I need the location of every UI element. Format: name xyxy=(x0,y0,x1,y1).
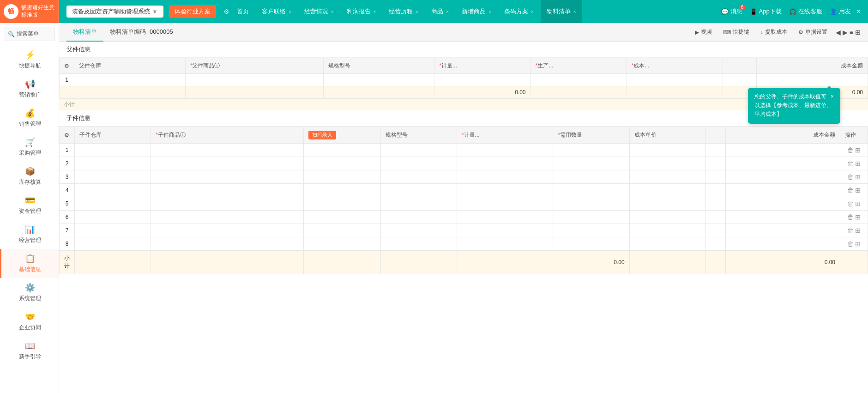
child-row-2-qty[interactable] xyxy=(457,157,533,170)
child-row-1-spec[interactable] xyxy=(380,144,457,157)
child-row-5-product[interactable] xyxy=(151,197,303,211)
child-row-4-warehouse[interactable] xyxy=(75,184,151,197)
child-row-8-spec[interactable] xyxy=(380,237,457,251)
copy-icon-row3[interactable]: ⊞ xyxy=(855,173,861,181)
tab-product[interactable]: 商品 × xyxy=(426,0,454,23)
parent-row-1-spec[interactable] xyxy=(323,74,434,86)
child-row-7-product[interactable] xyxy=(151,224,303,237)
copy-icon-row7[interactable]: ⊞ xyxy=(855,227,861,234)
child-row-8-unit-cost[interactable] xyxy=(629,237,705,251)
child-row-6-warehouse[interactable] xyxy=(75,211,151,224)
copy-icon-row1[interactable]: ⊞ xyxy=(855,146,861,154)
page-tab-bom-list[interactable]: 物料清单 xyxy=(66,23,103,42)
message-button[interactable]: 💬 消息 6 xyxy=(721,7,742,16)
copy-icon-row4[interactable]: ⊞ xyxy=(855,187,861,194)
experience-button[interactable]: 体验行业方案 xyxy=(169,5,216,18)
online-support-button[interactable]: 🎧 在线客服 xyxy=(789,7,822,16)
scan-input-button[interactable]: 扫码录入 xyxy=(308,131,336,139)
settings-icon[interactable]: ⚙ xyxy=(223,8,229,15)
child-row-8-qty[interactable] xyxy=(457,237,533,251)
child-row-2-spec[interactable] xyxy=(380,157,457,170)
child-row-1-needed[interactable] xyxy=(553,144,629,157)
delete-icon-row8[interactable]: 🗑 xyxy=(847,240,854,248)
parent-row-1-cost[interactable] xyxy=(627,74,723,86)
child-row-3-unit-cost[interactable] xyxy=(629,170,705,184)
sidebar-item-sales[interactable]: 💰 销售管理 xyxy=(0,103,59,133)
close-topbar-icon[interactable]: × xyxy=(856,7,861,16)
delete-icon-row2[interactable]: 🗑 xyxy=(847,160,854,167)
copy-icon-row8[interactable]: ⊞ xyxy=(855,240,861,248)
tab-bom[interactable]: 物料清单 × xyxy=(541,0,582,23)
parent-row-1-product[interactable] xyxy=(185,74,323,86)
child-row-8-warehouse[interactable] xyxy=(75,237,151,251)
copy-icon-row6[interactable]: ⊞ xyxy=(855,213,861,221)
child-row-5-unit-cost[interactable] xyxy=(629,197,705,211)
parent-row-1-production[interactable] xyxy=(530,74,627,86)
child-row-1-warehouse[interactable] xyxy=(75,144,151,157)
sidebar-item-finance[interactable]: 💳 资金管理 xyxy=(0,191,59,220)
tab-history[interactable]: 经营历程 × xyxy=(383,0,424,23)
delete-icon-row6[interactable]: 🗑 xyxy=(847,213,854,221)
child-row-1-qty[interactable] xyxy=(457,144,533,157)
child-row-6-unit-cost[interactable] xyxy=(629,211,705,224)
delete-icon-row1[interactable]: 🗑 xyxy=(847,146,854,154)
close-tab-bom[interactable]: × xyxy=(573,9,576,14)
copy-icon-row2[interactable]: ⊞ xyxy=(855,160,861,167)
child-row-6-spec[interactable] xyxy=(380,211,457,224)
tab-barcode[interactable]: 条码方案 × xyxy=(499,0,539,23)
tab-profit[interactable]: 利润报告 × xyxy=(341,0,382,23)
tab-home[interactable]: 首页 xyxy=(231,0,254,23)
shortcut-button[interactable]: ⌨ 快捷键 xyxy=(720,27,752,37)
grid-icon[interactable]: ⊞ xyxy=(855,29,861,36)
close-tab-new-product[interactable]: × xyxy=(488,9,491,14)
child-row-2-unit-cost[interactable] xyxy=(629,157,705,170)
extract-cost-button[interactable]: ↓ 提取成本 xyxy=(758,27,790,37)
child-row-3-product[interactable] xyxy=(151,170,303,184)
child-row-6-needed[interactable] xyxy=(553,211,629,224)
sidebar-item-system[interactable]: ⚙️ 系统管理 xyxy=(0,278,59,307)
child-row-4-product[interactable] xyxy=(151,184,303,197)
delete-icon-row7[interactable]: 🗑 xyxy=(847,227,854,234)
child-row-4-qty[interactable] xyxy=(457,184,533,197)
close-tab-operations[interactable]: × xyxy=(331,9,334,14)
single-settings-button[interactable]: ⚙ 单据设置 xyxy=(796,27,830,37)
child-row-4-unit-cost[interactable] xyxy=(629,184,705,197)
sidebar-item-marketing[interactable]: 📢 营销推广 xyxy=(0,74,59,103)
child-row-3-warehouse[interactable] xyxy=(75,170,151,184)
close-tab-history[interactable]: × xyxy=(416,9,418,14)
child-row-8-needed[interactable] xyxy=(553,237,629,251)
parent-row-1-qty[interactable] xyxy=(434,74,530,86)
child-row-7-unit-cost[interactable] xyxy=(629,224,705,237)
prev-arrow-icon[interactable]: ◀ xyxy=(836,29,841,36)
close-tab-barcode[interactable]: × xyxy=(531,9,534,14)
child-row-5-warehouse[interactable] xyxy=(75,197,151,211)
sidebar-item-enterprise[interactable]: 🤝 企业协同 xyxy=(0,307,59,336)
child-row-2-warehouse[interactable] xyxy=(75,157,151,170)
child-row-4-needed[interactable] xyxy=(553,184,629,197)
delete-icon-row4[interactable]: 🗑 xyxy=(847,187,854,194)
delete-icon-row3[interactable]: 🗑 xyxy=(847,173,854,181)
tab-new-product[interactable]: 新增商品 × xyxy=(456,0,497,23)
child-row-2-needed[interactable] xyxy=(553,157,629,170)
close-tab-product[interactable]: × xyxy=(446,9,449,14)
menu-icon[interactable]: ≡ xyxy=(850,29,853,36)
child-row-5-needed[interactable] xyxy=(553,197,629,211)
user-menu[interactable]: 👤 用友 xyxy=(830,7,851,16)
sidebar-item-purchase[interactable]: 🛒 采购管理 xyxy=(0,133,59,162)
sidebar-item-quick-nav[interactable]: ⚡ 快捷导航 xyxy=(0,45,59,74)
close-tab-customer[interactable]: × xyxy=(289,9,291,14)
tooltip-close-button[interactable]: × xyxy=(831,92,834,101)
child-row-6-product[interactable] xyxy=(151,211,303,224)
delete-icon-row5[interactable]: 🗑 xyxy=(847,200,854,207)
child-row-5-qty[interactable] xyxy=(457,197,533,211)
child-row-6-qty[interactable] xyxy=(457,211,533,224)
page-tab-bom-code[interactable]: 物料清单编码 0000005 xyxy=(103,23,180,42)
child-row-2-product[interactable] xyxy=(151,157,303,170)
sidebar-item-inventory[interactable]: 📦 库存核算 xyxy=(0,162,59,191)
parent-row-1-warehouse[interactable] xyxy=(74,74,186,86)
view-button[interactable]: ▶ 视频 xyxy=(692,27,715,37)
sidebar-item-operations[interactable]: 📊 经营管理 xyxy=(0,220,59,249)
close-tab-profit[interactable]: × xyxy=(374,9,376,14)
child-row-5-spec[interactable] xyxy=(380,197,457,211)
child-row-1-product[interactable] xyxy=(151,144,303,157)
